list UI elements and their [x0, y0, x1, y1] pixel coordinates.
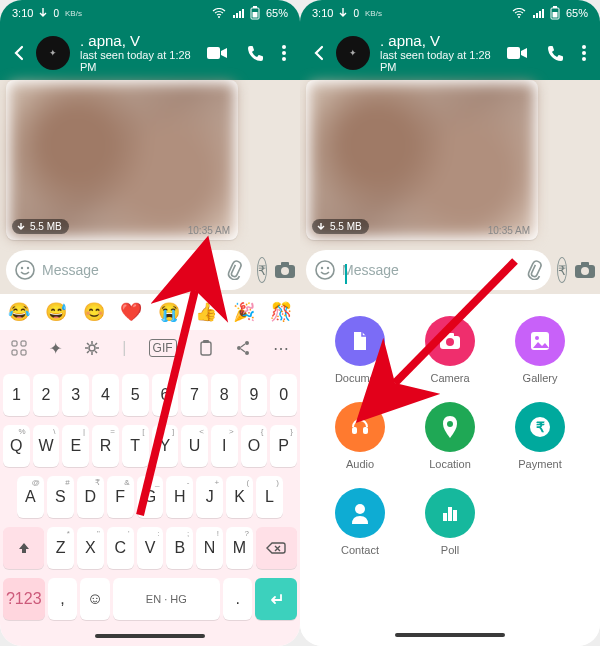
media-thumbnail[interactable] — [309, 83, 535, 237]
key-3[interactable]: 3 — [62, 374, 89, 416]
key-K[interactable]: (K — [226, 476, 253, 518]
message-bubble[interactable]: 5.5 MB 10:35 AM — [306, 80, 538, 240]
chat-title-block[interactable]: . apna, V last seen today at 1:28 PM — [380, 33, 500, 74]
key-M[interactable]: ?M — [226, 527, 253, 569]
video-call-icon[interactable] — [206, 45, 228, 61]
attach-poll[interactable]: Poll — [408, 488, 492, 556]
camera-shortcut-icon[interactable] — [573, 260, 597, 280]
emoji-6[interactable]: 👍 — [195, 301, 217, 323]
key-1[interactable]: 1 — [3, 374, 30, 416]
emoji-key[interactable]: ☺ — [80, 578, 110, 620]
share-icon[interactable] — [235, 340, 251, 356]
attach-icon[interactable] — [223, 260, 243, 280]
message-box[interactable] — [6, 250, 251, 290]
key-X[interactable]: "X — [77, 527, 104, 569]
attach-camera[interactable]: Camera — [408, 316, 492, 384]
shift-key[interactable] — [3, 527, 44, 569]
key-T[interactable]: [T — [122, 425, 149, 467]
message-bubble[interactable]: 5.5 MB 10:35 AM — [6, 80, 238, 240]
emoji-8[interactable]: 🎊 — [270, 301, 292, 323]
key-A[interactable]: @A — [17, 476, 44, 518]
voice-call-icon[interactable] — [546, 44, 564, 62]
attach-document[interactable]: Document — [318, 316, 402, 384]
camera-shortcut-icon[interactable] — [273, 260, 297, 280]
key-F[interactable]: &F — [107, 476, 134, 518]
key-B[interactable]: ;B — [166, 527, 193, 569]
gif-icon[interactable]: GIF — [149, 339, 177, 357]
media-thumbnail[interactable] — [9, 83, 235, 237]
attach-icon[interactable] — [523, 260, 543, 280]
attach-gallery[interactable]: Gallery — [498, 316, 582, 384]
backspace-key[interactable] — [256, 527, 297, 569]
key-N[interactable]: !N — [196, 527, 223, 569]
key-O[interactable]: {O — [241, 425, 268, 467]
attach-location[interactable]: Location — [408, 402, 492, 470]
key-G[interactable]: _G — [137, 476, 164, 518]
voice-call-icon[interactable] — [246, 44, 264, 62]
key-V[interactable]: :V — [137, 527, 164, 569]
key-D[interactable]: ₹D — [77, 476, 104, 518]
enter-key[interactable] — [255, 578, 297, 620]
key-W[interactable]: \W — [33, 425, 60, 467]
key-6[interactable]: 6 — [152, 374, 179, 416]
key-9[interactable]: 9 — [241, 374, 268, 416]
emoji-3[interactable]: 😊 — [83, 301, 105, 323]
video-call-icon[interactable] — [506, 45, 528, 61]
attach-payment[interactable]: ₹Payment — [498, 402, 582, 470]
avatar[interactable]: ✦ — [36, 36, 70, 70]
attach-audio[interactable]: Audio — [318, 402, 402, 470]
key-S[interactable]: #S — [47, 476, 74, 518]
key-U[interactable]: <U — [181, 425, 208, 467]
attach-contact[interactable]: Contact — [318, 488, 402, 556]
message-input[interactable] — [42, 262, 217, 278]
back-icon[interactable] — [308, 42, 330, 64]
chat-area[interactable]: 5.5 MB 10:35 AM — [0, 80, 300, 246]
nav-bar[interactable] — [0, 626, 300, 646]
key-E[interactable]: |E — [62, 425, 89, 467]
emoji-picker-icon[interactable] — [314, 259, 336, 281]
key-H[interactable]: -H — [166, 476, 193, 518]
grid-icon[interactable] — [11, 340, 27, 356]
gear-icon[interactable] — [84, 340, 100, 356]
key-P[interactable]: }P — [270, 425, 297, 467]
message-box[interactable] — [306, 250, 551, 290]
emoji-5[interactable]: 😭 — [158, 301, 180, 323]
more-icon[interactable] — [282, 45, 286, 61]
space-key[interactable]: EN · HG — [113, 578, 220, 620]
symbols-key[interactable]: ?123 — [3, 578, 45, 620]
download-pill[interactable]: 5.5 MB — [312, 219, 369, 234]
key-4[interactable]: 4 — [92, 374, 119, 416]
key-Y[interactable]: ]Y — [152, 425, 179, 467]
download-pill[interactable]: 5.5 MB — [12, 219, 69, 234]
back-icon[interactable] — [8, 42, 30, 64]
key-L[interactable]: )L — [256, 476, 283, 518]
key-0[interactable]: 0 — [270, 374, 297, 416]
emoji-2[interactable]: 😅 — [45, 301, 67, 323]
key-J[interactable]: +J — [196, 476, 223, 518]
message-input[interactable] — [342, 262, 517, 278]
key-2[interactable]: 2 — [33, 374, 60, 416]
comma-key[interactable]: , — [48, 578, 78, 620]
key-7[interactable]: 7 — [181, 374, 208, 416]
payment-icon[interactable]: ₹ — [257, 257, 267, 283]
period-key[interactable]: . — [223, 578, 253, 620]
key-5[interactable]: 5 — [122, 374, 149, 416]
payment-icon[interactable]: ₹ — [557, 257, 567, 283]
key-C[interactable]: 'C — [107, 527, 134, 569]
emoji-1[interactable]: 😂 — [8, 301, 30, 323]
star-icon[interactable]: ✦ — [49, 339, 62, 358]
key-Q[interactable]: %Q — [3, 425, 30, 467]
nav-bar[interactable] — [310, 620, 590, 640]
key-R[interactable]: =R — [92, 425, 119, 467]
key-I[interactable]: >I — [211, 425, 238, 467]
chat-title-block[interactable]: . apna, V last seen today at 1:28 PM — [80, 33, 200, 74]
emoji-7[interactable]: 🎉 — [233, 301, 255, 323]
dots-icon[interactable]: ⋯ — [273, 339, 289, 358]
clipboard-icon[interactable] — [199, 340, 213, 356]
key-8[interactable]: 8 — [211, 374, 238, 416]
key-Z[interactable]: *Z — [47, 527, 74, 569]
chat-area[interactable]: 5.5 MB 10:35 AM — [300, 80, 600, 246]
more-icon[interactable] — [582, 45, 586, 61]
emoji-4[interactable]: ❤️ — [120, 301, 142, 323]
emoji-picker-icon[interactable] — [14, 259, 36, 281]
